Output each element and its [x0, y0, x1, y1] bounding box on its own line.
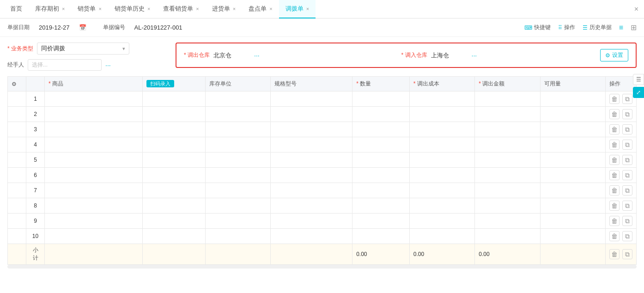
warehouse-in-more-btn[interactable]: ···	[472, 52, 477, 59]
row-delete-btn[interactable]: 🗑	[609, 140, 620, 150]
tab-sales-order[interactable]: 销货单 ×	[71, 0, 108, 18]
row-spec-cell[interactable]	[271, 92, 352, 107]
row-copy-btn[interactable]: ⧉	[622, 140, 632, 150]
row-unit-cell[interactable]	[206, 198, 271, 214]
row-spec-cell[interactable]	[271, 183, 352, 198]
row-product-cell[interactable]	[45, 122, 143, 137]
row-delete-btn[interactable]: 🗑	[609, 94, 620, 104]
subtotal-delete-btn[interactable]: 🗑	[609, 249, 620, 259]
window-close-button[interactable]: ×	[629, 0, 644, 18]
row-qty-cell[interactable]	[352, 183, 410, 198]
row-qty-cell[interactable]	[352, 122, 410, 137]
row-delete-btn[interactable]: 🗑	[609, 185, 620, 195]
row-cost-cell[interactable]	[409, 153, 474, 168]
row-cost-cell[interactable]	[409, 92, 474, 107]
row-amount-cell[interactable]	[475, 122, 540, 137]
scan-entry-btn[interactable]: 扫码录入	[146, 80, 174, 87]
row-amount-cell[interactable]	[475, 153, 540, 168]
row-delete-btn[interactable]: 🗑	[609, 231, 620, 241]
tab-sales-history[interactable]: 销货单历史 ×	[108, 0, 157, 18]
row-copy-btn[interactable]: ⧉	[622, 124, 632, 134]
row-amount-cell[interactable]	[475, 107, 540, 122]
tab-view-sales[interactable]: 查看销货单 ×	[157, 0, 205, 18]
row-spec-cell[interactable]	[271, 137, 352, 153]
row-delete-btn[interactable]: 🗑	[609, 124, 620, 134]
tab-home[interactable]: 首页	[4, 0, 29, 18]
view-toggle-grid[interactable]: ⊞	[631, 23, 637, 32]
row-unit-cell[interactable]	[206, 153, 271, 168]
history-btn[interactable]: ☰ 历史单据	[583, 24, 612, 31]
row-product-cell[interactable]	[45, 153, 143, 168]
row-unit-cell[interactable]	[206, 214, 271, 229]
tab-sales-history-close[interactable]: ×	[147, 6, 150, 12]
business-type-select[interactable]: 同价调拨 ▾	[37, 43, 129, 55]
handler-input[interactable]: 选择...	[28, 59, 102, 71]
row-qty-cell[interactable]	[352, 168, 410, 183]
row-product-cell[interactable]	[45, 168, 143, 183]
row-qty-cell[interactable]	[352, 214, 410, 229]
row-unit-cell[interactable]	[206, 137, 271, 153]
tab-view-sales-close[interactable]: ×	[196, 6, 199, 12]
row-copy-btn[interactable]: ⧉	[622, 170, 632, 180]
view-toggle-list[interactable]: ≡	[619, 24, 623, 32]
row-qty-cell[interactable]	[352, 137, 410, 153]
tab-inventory-init-close[interactable]: ×	[62, 6, 65, 12]
row-unit-cell[interactable]	[206, 122, 271, 137]
tab-transfer-close[interactable]: ×	[306, 6, 309, 12]
row-product-cell[interactable]	[45, 198, 143, 214]
handler-more-btn[interactable]: ···	[105, 61, 111, 69]
row-cost-cell[interactable]	[409, 107, 474, 122]
row-unit-cell[interactable]	[206, 229, 271, 244]
row-copy-btn[interactable]: ⧉	[622, 231, 632, 241]
row-copy-btn[interactable]: ⧉	[622, 94, 632, 104]
row-cost-cell[interactable]	[409, 183, 474, 198]
row-spec-cell[interactable]	[271, 107, 352, 122]
row-amount-cell[interactable]	[475, 214, 540, 229]
tab-inventory-close[interactable]: ×	[269, 6, 272, 12]
tab-inventory[interactable]: 盘点单 ×	[242, 0, 279, 18]
row-product-cell[interactable]	[45, 229, 143, 244]
row-delete-btn[interactable]: 🗑	[609, 109, 620, 119]
warehouse-out-more-btn[interactable]: ···	[254, 52, 260, 59]
row-cost-cell[interactable]	[409, 198, 474, 214]
row-qty-cell[interactable]	[352, 92, 410, 107]
side-list-icon[interactable]: ☰	[633, 74, 644, 85]
row-spec-cell[interactable]	[271, 122, 352, 137]
row-amount-cell[interactable]	[475, 229, 540, 244]
tab-sales-order-close[interactable]: ×	[98, 6, 101, 12]
row-product-cell[interactable]	[45, 183, 143, 198]
row-unit-cell[interactable]	[206, 107, 271, 122]
horizontal-scrollbar[interactable]	[7, 265, 637, 269]
row-delete-btn[interactable]: 🗑	[609, 170, 620, 180]
row-product-cell[interactable]	[45, 92, 143, 107]
row-spec-cell[interactable]	[271, 153, 352, 168]
row-spec-cell[interactable]	[271, 229, 352, 244]
subtotal-copy-btn[interactable]: ⧉	[622, 249, 632, 259]
row-unit-cell[interactable]	[206, 92, 271, 107]
row-amount-cell[interactable]	[475, 92, 540, 107]
row-copy-btn[interactable]: ⧉	[622, 155, 632, 165]
row-spec-cell[interactable]	[271, 168, 352, 183]
row-unit-cell[interactable]	[206, 183, 271, 198]
row-product-cell[interactable]	[45, 214, 143, 229]
row-cost-cell[interactable]	[409, 229, 474, 244]
row-delete-btn[interactable]: 🗑	[609, 201, 620, 211]
row-product-cell[interactable]	[45, 137, 143, 153]
row-amount-cell[interactable]	[475, 168, 540, 183]
row-copy-btn[interactable]: ⧉	[622, 109, 632, 119]
row-copy-btn[interactable]: ⧉	[622, 185, 632, 195]
row-amount-cell[interactable]	[475, 137, 540, 153]
calendar-icon[interactable]: 📅	[79, 24, 86, 31]
operations-btn[interactable]: ⠿ 操作	[558, 24, 575, 31]
row-copy-btn[interactable]: ⧉	[622, 201, 632, 211]
row-amount-cell[interactable]	[475, 198, 540, 214]
row-spec-cell[interactable]	[271, 198, 352, 214]
row-qty-cell[interactable]	[352, 229, 410, 244]
row-product-cell[interactable]	[45, 107, 143, 122]
row-unit-cell[interactable]	[206, 168, 271, 183]
row-cost-cell[interactable]	[409, 137, 474, 153]
row-copy-btn[interactable]: ⧉	[622, 216, 632, 226]
row-amount-cell[interactable]	[475, 183, 540, 198]
row-delete-btn[interactable]: 🗑	[609, 155, 620, 165]
row-delete-btn[interactable]: 🗑	[609, 216, 620, 226]
